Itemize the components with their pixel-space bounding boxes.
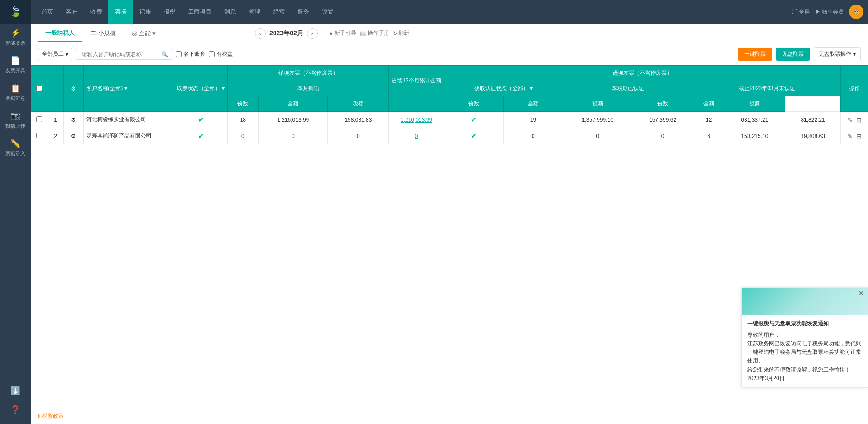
- search-input[interactable]: [80, 49, 161, 59]
- row1-detail-icon[interactable]: ⊞: [856, 116, 862, 124]
- toolbar-right: 一键取票 无盘取票 无盘取票操作 ▾: [738, 47, 861, 61]
- th-until-march: 截止2023年03月未认证: [693, 81, 841, 96]
- tax-policy-label: 税务政策: [42, 412, 64, 420]
- row1-edit-icon[interactable]: ✎: [847, 116, 853, 124]
- member-link[interactable]: ▶ 畅享会员: [815, 8, 844, 16]
- cert-filter-icon[interactable]: ▾: [530, 85, 533, 91]
- row2-period-count: 0: [504, 128, 563, 144]
- all-icon: ◎: [132, 30, 137, 37]
- row1-num: 1: [47, 112, 64, 128]
- sidebar-item-invoice-summary[interactable]: 📋 票据汇总: [0, 79, 31, 106]
- nav-receipt[interactable]: 收费: [84, 0, 108, 24]
- row1-settings[interactable]: ⚙: [64, 112, 84, 128]
- topnav: 首页 客户 收费 票据 记账 报税 工商项目 消息 管理 经营 服务 设置 ⛶ …: [31, 0, 868, 24]
- sidebar-item-download[interactable]: ⬇️: [0, 381, 31, 400]
- download-icon: ⬇️: [10, 386, 20, 396]
- status-filter-icon[interactable]: ▾: [222, 85, 225, 91]
- nav-home[interactable]: 首页: [35, 0, 60, 24]
- no-disk-ops-button[interactable]: 无盘取票操作 ▾: [814, 47, 861, 61]
- row2-checkbox[interactable]: [36, 133, 42, 138]
- row1-until-count: 12: [693, 112, 724, 128]
- row1-checkbox[interactable]: [36, 116, 42, 122]
- nav-operation[interactable]: 经营: [267, 0, 291, 24]
- notification-date: 2023年3月20日: [747, 374, 862, 383]
- avatar-icon: 🐵: [853, 8, 860, 15]
- row1-month-amount: 1,216,013.99: [259, 112, 328, 128]
- tab-dropdown-icon[interactable]: ▾: [152, 30, 156, 37]
- mine-checkbox-label[interactable]: 名下账套: [176, 50, 205, 58]
- row1-cert-status: ✔: [444, 112, 503, 128]
- no-disk-fetch-button[interactable]: 无盘取票: [776, 48, 810, 61]
- tab-general[interactable]: 一般纳税人: [38, 25, 82, 42]
- nav-settings[interactable]: 设置: [316, 0, 340, 24]
- no-disk-ops-label: 无盘取票操作: [819, 50, 851, 58]
- row2-cert-icon: ✔: [471, 132, 476, 140]
- th-period-count: 份数: [444, 96, 503, 112]
- row2-cert-status: ✔: [444, 128, 503, 144]
- tax-disk-checkbox[interactable]: [209, 51, 215, 57]
- small-tab-label: 小规模: [98, 29, 116, 38]
- th-actions: 操作: [841, 66, 868, 112]
- refresh-link[interactable]: ↻ 刷新: [393, 29, 409, 37]
- row2-settings[interactable]: ⚙: [64, 128, 84, 144]
- sidebar-item-label: 发票开具: [5, 67, 25, 74]
- manual-link[interactable]: 📖 操作手册: [360, 29, 389, 37]
- member-icon: ▶: [815, 9, 821, 15]
- nav-message[interactable]: 消息: [218, 0, 242, 24]
- sidebar-item-issue-invoice[interactable]: 📄 发票开具: [0, 51, 31, 79]
- nav-management[interactable]: 管理: [242, 0, 267, 24]
- page-footer: ℹ 税务政策: [31, 408, 868, 424]
- th-month-tax: 税额: [328, 96, 389, 112]
- customer-filter-icon[interactable]: ▾: [124, 85, 127, 91]
- row2-edit-icon[interactable]: ✎: [847, 133, 853, 140]
- row1-cert-icon: ✔: [471, 116, 476, 124]
- sidebar: 🍃 ⚡ 智能取票 📄 发票开具 📋 票据汇总 📷 扫描上传 ✏️ 票据录入 ⬇️…: [0, 0, 31, 424]
- tabbar: 一般纳税人 ☰ 小规模 ◎ 全能 ▾ ‹ 2023年02月 › ★ 新手引导: [31, 24, 868, 43]
- tab-small[interactable]: ☰ 小规模: [84, 26, 123, 41]
- row2-customer: 灵寿县尚泽矿产品有限公司: [84, 128, 174, 144]
- sidebar-item-smart-fetch[interactable]: ⚡ 智能取票: [0, 24, 31, 51]
- th-customer: 客户名称(全部) ▾: [84, 66, 174, 112]
- one-click-fetch-button[interactable]: 一键取票: [738, 48, 772, 61]
- row2-until-tax: 19,808.63: [785, 128, 841, 144]
- nav-invoice[interactable]: 票据: [108, 0, 133, 24]
- select-all-checkbox[interactable]: [36, 85, 42, 91]
- nav-service[interactable]: 服务: [291, 0, 316, 24]
- prev-period-button[interactable]: ‹: [255, 28, 266, 39]
- nav-tax[interactable]: 报税: [157, 0, 182, 24]
- notification-scroll[interactable]: 尊敬的用户： 江苏政务网已恢复访问电子税务局功能，意代账一键登陆电子税务局与无盘…: [747, 331, 862, 383]
- member-label: 畅享会员: [822, 9, 844, 15]
- nav-business[interactable]: 工商项目: [182, 0, 218, 24]
- row2-cumulative[interactable]: 0: [389, 128, 444, 144]
- tab-all[interactable]: ◎ 全能 ▾: [125, 26, 163, 41]
- logo-icon: 🍃: [9, 6, 22, 18]
- sidebar-item-scan-upload[interactable]: 📷 扫描上传: [0, 106, 31, 134]
- sidebar-item-data-entry[interactable]: ✏️ 票据录入: [0, 134, 31, 162]
- tax-policy-link[interactable]: ℹ 税务政策: [38, 412, 64, 420]
- table-row: 2 ⚙ 灵寿县尚泽矿产品有限公司 ✔ 0 0 0 0 ✔ 0: [31, 128, 868, 144]
- mine-checkbox[interactable]: [176, 51, 182, 57]
- th-sales-group: 销项发票（不含作废票）: [227, 66, 389, 81]
- next-period-button[interactable]: ›: [307, 28, 318, 39]
- row2-check[interactable]: [31, 128, 47, 144]
- tax-disk-checkbox-label[interactable]: 有税盘: [209, 50, 233, 58]
- notification-title: 一键报税与无盘取票功能恢复通知: [747, 319, 862, 328]
- nav-bookkeeping[interactable]: 记账: [133, 0, 157, 24]
- avatar[interactable]: 🐵: [849, 5, 863, 19]
- row1-check[interactable]: [31, 112, 47, 128]
- employee-select[interactable]: 全部员工 ▾: [38, 48, 72, 60]
- th-period-confirm: 本税期已认证: [563, 81, 693, 96]
- sidebar-item-help[interactable]: ❓: [0, 400, 31, 419]
- row1-cumulative[interactable]: 1,216,013.99: [389, 112, 444, 128]
- th-num: [47, 66, 64, 112]
- fullscreen-link[interactable]: ⛶ 全屏: [792, 8, 809, 16]
- th-cert-icon: [389, 96, 444, 112]
- notification-apology: 给您带来的不便敬请谅解，祝您工作愉快！: [747, 366, 862, 374]
- refresh-icon: ↻: [393, 30, 397, 37]
- row2-detail-icon[interactable]: ⊞: [856, 133, 862, 140]
- search-button[interactable]: 🔍: [161, 51, 168, 57]
- th-period-tax: 税额: [563, 96, 632, 112]
- nav-customer[interactable]: 客户: [60, 0, 84, 24]
- notification-close-button[interactable]: ✕: [859, 290, 864, 297]
- new-guide-link[interactable]: ★ 新手引导: [329, 29, 356, 37]
